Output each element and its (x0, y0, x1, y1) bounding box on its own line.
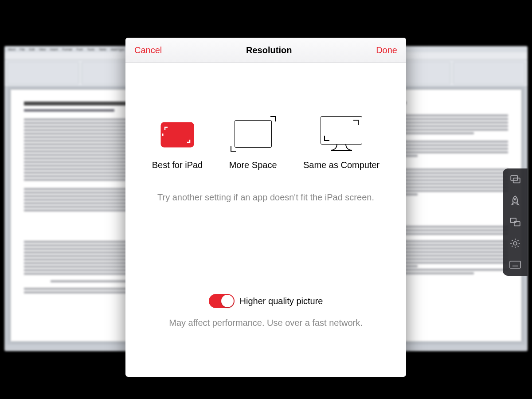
cancel-button[interactable]: Cancel (134, 45, 162, 55)
option-more-space[interactable]: More Space (229, 120, 277, 170)
menubar-item: Font (77, 48, 83, 51)
ipad-icon (160, 122, 194, 148)
higher-quality-toggle[interactable] (209, 294, 235, 308)
toggle-label: Higher quality picture (240, 296, 323, 306)
menubar-item: Word (8, 48, 16, 51)
gear-icon[interactable] (509, 239, 521, 248)
done-button[interactable]: Done (376, 45, 397, 55)
option-same-as-computer[interactable]: Same as Computer (303, 116, 379, 170)
swap-icon[interactable] (509, 217, 521, 227)
svg-rect-14 (162, 133, 164, 136)
modal-title: Resolution (246, 45, 292, 55)
option-label: Best for iPad (152, 160, 203, 170)
svg-rect-13 (161, 123, 193, 147)
toggle-hint: May affect performance. Use over a fast … (125, 318, 406, 328)
svg-rect-6 (510, 261, 520, 268)
menubar-item: Insert (50, 48, 58, 51)
screen-icon (235, 120, 272, 148)
menubar-item: Table (99, 48, 106, 51)
svg-point-2 (514, 199, 516, 200)
menubar-item: View (39, 48, 46, 51)
menubar-item: Edit (29, 48, 35, 51)
menubar-item: Tools (87, 48, 94, 51)
rocket-icon[interactable] (509, 196, 521, 206)
windows-icon[interactable] (509, 175, 521, 184)
keyboard-icon[interactable] (509, 260, 521, 270)
resolution-options: Best for iPad More Space (125, 116, 406, 170)
option-label: Same as Computer (303, 160, 379, 170)
connection-side-toolbar (503, 168, 528, 276)
option-best-for-ipad[interactable]: Best for iPad (152, 122, 203, 170)
monitor-icon (321, 116, 362, 152)
svg-point-5 (513, 242, 517, 245)
option-label: More Space (229, 160, 277, 170)
resolution-settings-modal: Cancel Resolution Done Best for iPad (125, 38, 406, 377)
modal-header: Cancel Resolution Done (125, 38, 406, 63)
menubar-item: File (20, 48, 25, 51)
menubar-item: Format (63, 48, 72, 51)
menubar-item: MathType (111, 48, 125, 51)
resolution-hint: Try another setting if an app doesn't fi… (125, 192, 406, 203)
